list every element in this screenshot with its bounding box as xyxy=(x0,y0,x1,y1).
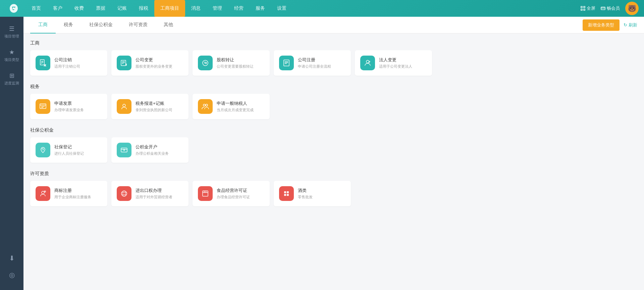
card-info-food-license: 食品经营许可证 办理食品经营许可证 xyxy=(217,188,264,200)
nav-service[interactable]: 服务 xyxy=(250,0,271,17)
card-tax-report[interactable]: 税务报道+记账 拿到营业执照的新公司 xyxy=(111,94,189,119)
fullscreen-button[interactable]: 全屏 xyxy=(581,5,595,11)
svg-rect-47 xyxy=(284,194,286,196)
project-mgmt-icon: ☰ xyxy=(9,25,14,32)
card-title-social-register: 社保登记 xyxy=(54,144,102,150)
tab-other[interactable]: 其他 xyxy=(156,17,181,33)
card-legal-change[interactable]: 法人变更 适用于公司变更法人 xyxy=(355,50,432,76)
card-title-provident-fund: 公积金开户 xyxy=(136,144,183,150)
card-provident-fund[interactable]: 公积金开户 办理公积金相关业务 xyxy=(111,137,189,163)
tab-social-insurance[interactable]: 社保公积金 xyxy=(81,17,121,33)
card-apply-invoice[interactable]: 申请发票 办理申请发票业务 xyxy=(30,94,107,119)
nav-items: 首页 客户 收费 票据 记账 报税 工商项目 消息 管理 经营 服务 设置 xyxy=(25,0,581,17)
card-equity-transfer[interactable]: ¥ 股权转让 公司变更需要股权转让 xyxy=(193,50,270,76)
card-desc-food-license: 办理食品经营许可证 xyxy=(217,195,264,200)
svg-point-0 xyxy=(13,7,15,9)
card-company-register[interactable]: 公司注册 申请公司注册全流程 xyxy=(274,50,351,76)
card-icon-general-taxpayer xyxy=(198,99,213,114)
sidebar-item-progress-monitor[interactable]: ⊞ 进度监测 xyxy=(0,67,23,90)
fullscreen-label: 全屏 xyxy=(587,5,595,11)
card-icon-equity-transfer: ¥ xyxy=(198,56,213,70)
section-title-tax: 税务 xyxy=(30,84,637,90)
svg-rect-24 xyxy=(40,104,46,108)
svg-rect-48 xyxy=(287,194,289,196)
card-title-general-taxpayer: 申请一般纳税人 xyxy=(217,100,264,106)
tab-tax[interactable]: 税务 xyxy=(56,17,81,33)
tab-bar: 工商 税务 社保公积金 许可资质 其他 新增业务类型 ↻ 刷新 xyxy=(23,17,644,33)
card-desc-apply-invoice: 办理申请发票业务 xyxy=(54,107,102,113)
card-desc-trademark: 用于企业商标注册服务 xyxy=(54,195,102,200)
card-title-company-cancel: 公司注销 xyxy=(54,57,102,63)
refresh-button[interactable]: ↻ 刷新 xyxy=(624,22,637,28)
tabs: 工商 税务 社保公积金 许可资质 其他 xyxy=(30,17,583,33)
svg-point-37 xyxy=(121,191,127,196)
svg-rect-46 xyxy=(287,191,289,193)
card-icon-company-change xyxy=(117,56,131,70)
sidebar-location-btn[interactable]: ◎ xyxy=(0,267,23,283)
tab-license[interactable]: 许可资质 xyxy=(121,17,156,33)
card-import-export[interactable]: 进出口权办理 适用于对外贸易经营者 xyxy=(111,181,189,206)
refresh-label: 刷新 xyxy=(629,22,637,28)
card-info-liquor: 酒类 零售批发 xyxy=(298,188,345,200)
card-company-cancel[interactable]: 公司注销 适用于注销公司 xyxy=(30,50,107,76)
tab-industrial[interactable]: 工商 xyxy=(30,17,56,33)
svg-rect-5 xyxy=(601,7,605,10)
nav-message[interactable]: 消息 xyxy=(185,0,207,17)
card-desc-company-cancel: 适用于注销公司 xyxy=(54,64,102,69)
new-type-button[interactable]: 新增业务类型 xyxy=(583,19,620,31)
card-food-license[interactable]: 食品经营许可证 办理食品经营许可证 xyxy=(193,181,270,206)
logo xyxy=(5,0,22,17)
card-trademark[interactable]: ✓ 商标注册 用于企业商标注册服务 xyxy=(30,181,107,206)
nav-settings[interactable]: 设置 xyxy=(271,0,292,17)
card-desc-liquor: 零售批发 xyxy=(298,195,345,200)
sidebar-download-btn[interactable]: ⬇ xyxy=(0,250,23,267)
nav-operation[interactable]: 经营 xyxy=(228,0,250,17)
svg-point-29 xyxy=(203,104,205,106)
nav-invoice[interactable]: 票据 xyxy=(90,0,111,17)
member-button[interactable]: 畅会员 xyxy=(601,5,620,11)
card-desc-provident-fund: 办理公积金相关业务 xyxy=(136,151,183,156)
card-grid-industrial: 公司注销 适用于注销公司 公司变更 股权变更外的业务变更 ¥ xyxy=(30,50,637,76)
svg-rect-41 xyxy=(203,191,208,196)
card-icon-provident-fund xyxy=(117,143,131,157)
card-icon-food-license xyxy=(198,186,213,201)
card-info-trademark: 商标注册 用于企业商标注册服务 xyxy=(54,188,102,200)
card-social-register[interactable]: 社保登记 进行人员社保登记 xyxy=(30,137,107,163)
nav-tax[interactable]: 报税 xyxy=(133,0,154,17)
card-desc-company-register: 申请公司注册全流程 xyxy=(298,64,345,69)
content-area: 工商 税务 社保公积金 许可资质 其他 新增业务类型 ↻ 刷新 工商 xyxy=(23,17,644,290)
card-icon-import-export xyxy=(117,186,131,201)
card-info-tax-report: 税务报道+记账 拿到营业执照的新公司 xyxy=(136,100,183,113)
card-title-company-register: 公司注册 xyxy=(298,57,345,63)
svg-point-28 xyxy=(123,104,125,107)
nav-customer[interactable]: 客户 xyxy=(47,0,68,17)
nav-management[interactable]: 管理 xyxy=(207,0,228,17)
card-icon-social-register xyxy=(36,143,50,157)
nav-charge[interactable]: 收费 xyxy=(68,0,90,17)
sidebar-item-project-type[interactable]: ★ 项目类型 xyxy=(0,44,23,67)
card-company-change[interactable]: 公司变更 股权变更外的业务变更 xyxy=(111,50,189,76)
nav-industrial[interactable]: 工商项目 xyxy=(154,0,185,17)
card-title-import-export: 进出口权办理 xyxy=(136,188,183,194)
card-icon-liquor xyxy=(279,186,294,201)
nav-bookkeeping[interactable]: 记账 xyxy=(111,0,133,17)
card-title-tax-report: 税务报道+记账 xyxy=(136,100,183,106)
sidebar-item-label-project-mgmt: 项目管理 xyxy=(4,34,19,39)
card-info-general-taxpayer: 申请一般纳税人 当月或次月成变更完成 xyxy=(217,100,264,113)
card-general-taxpayer[interactable]: 申请一般纳税人 当月或次月成变更完成 xyxy=(193,94,270,119)
card-desc-social-register: 进行人员社保登记 xyxy=(54,151,102,156)
member-label: 畅会员 xyxy=(607,5,620,11)
card-desc-import-export: 适用于对外贸易经营者 xyxy=(136,195,183,200)
card-grid-tax: 申请发票 办理申请发票业务 税务报道+记账 拿到营业执照的新公司 xyxy=(30,94,637,119)
card-liquor[interactable]: 酒类 零售批发 xyxy=(274,181,351,206)
progress-monitor-icon: ⊞ xyxy=(9,72,14,79)
sidebar-item-project-mgmt[interactable]: ☰ 项目管理 xyxy=(0,20,23,44)
svg-rect-13 xyxy=(121,60,126,66)
svg-text:¥: ¥ xyxy=(204,61,205,63)
svg-rect-19 xyxy=(284,60,289,66)
top-navigation: 首页 客户 收费 票据 记账 报税 工商项目 消息 管理 经营 服务 设置 全屏… xyxy=(0,0,644,17)
nav-home[interactable]: 首页 xyxy=(25,0,47,17)
card-title-food-license: 食品经营许可证 xyxy=(217,188,264,194)
refresh-icon: ↻ xyxy=(624,22,627,27)
scroll-content[interactable]: 工商 公司注销 适用于注销公司 公司变更 xyxy=(23,33,644,290)
